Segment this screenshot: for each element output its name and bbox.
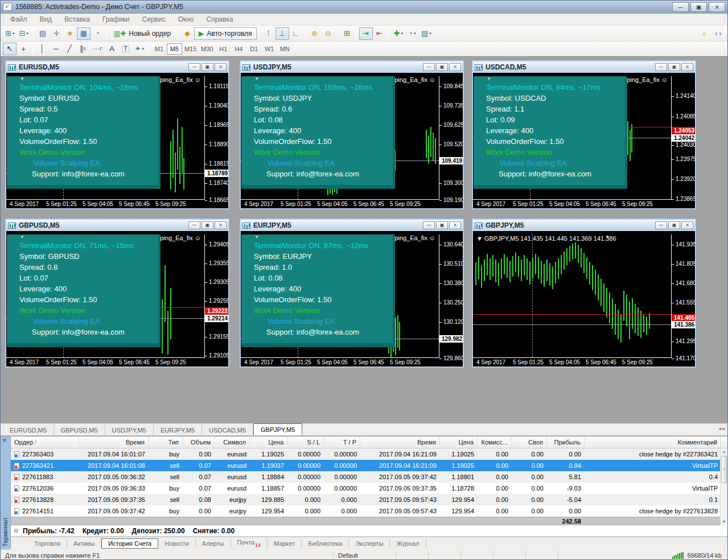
table-row[interactable]: 2276120362017.09.05 09:36:33buy0.07eurus… <box>11 483 727 494</box>
chart-minimize-button[interactable]: — <box>655 63 667 71</box>
table-row[interactable]: 2276141512017.09.05 09:37:42buy0.00eurjp… <box>11 505 727 517</box>
timeframe-m30-button[interactable]: M30 <box>199 43 215 55</box>
zoom-in-button[interactable]: ⊕ <box>308 27 322 40</box>
terminal-toggle-button[interactable]: ▦ <box>77 27 91 40</box>
chart-tab-usdcad[interactable]: USDCAD,M5 <box>202 425 253 435</box>
close-button[interactable]: × <box>709 2 725 12</box>
timeframe-m15-button[interactable]: M15 <box>182 43 199 55</box>
chart-close-button[interactable]: × <box>449 221 461 229</box>
column-header[interactable]: Время <box>360 437 440 448</box>
column-header[interactable]: Цена <box>250 437 287 448</box>
indicators-button[interactable]: ✚▾ <box>392 27 405 40</box>
menu-item-справка[interactable]: Справка <box>200 15 240 23</box>
timeframe-h1-button[interactable]: H1 <box>216 43 231 55</box>
column-header[interactable]: Время <box>79 437 149 448</box>
column-header[interactable]: Своп <box>512 437 547 448</box>
scroll-up-icon[interactable]: ▲ <box>721 448 727 455</box>
menu-item-вставка[interactable]: Вставка <box>58 15 96 23</box>
trendline-button[interactable]: ╱ <box>63 43 76 55</box>
horizontal-line-button[interactable]: ─ <box>49 43 63 55</box>
terminal-tab-эксперты[interactable]: Эксперты <box>349 539 390 548</box>
chart-restore-button[interactable]: ▣ <box>668 221 680 229</box>
chart-shift-button[interactable]: ⇤ <box>373 27 386 40</box>
table-row[interactable]: 2273634032017.09.04 16:01:07buy0.00eurus… <box>11 448 727 460</box>
chat-icon[interactable]: ◖◗ <box>711 27 725 40</box>
chart-close-button[interactable]: × <box>681 221 693 229</box>
table-row[interactable]: 2276138282017.09.05 09:37:35sell0.08eurj… <box>11 494 727 505</box>
navigator-button[interactable]: ★ <box>63 27 77 40</box>
line-chart-mode-button[interactable]: ∟ <box>289 27 303 40</box>
terminal-tab-торговля[interactable]: Торговля <box>28 539 67 548</box>
chart-plot-area[interactable]: TerminalMonitor ON, 87ms, ~12msSymbol: E… <box>241 231 463 367</box>
column-header[interactable]: Комисс... <box>478 437 512 448</box>
minimize-button[interactable]: — <box>672 2 689 12</box>
tab-scroll-buttons[interactable]: ◂ ▸ <box>718 426 725 431</box>
table-row[interactable]: 2273634212017.09.04 16:01:08sell0.07euru… <box>11 460 727 471</box>
strategy-tester-button[interactable]: ◔ <box>91 27 104 40</box>
data-window-button[interactable]: ✛ <box>50 27 63 40</box>
fibonacci-button[interactable]: ⋯F <box>90 43 105 55</box>
chart-plot-area[interactable]: TerminalMonitor ON, 104ms, ~16msSymbol: … <box>6 73 228 208</box>
channel-button[interactable]: ∥E <box>76 43 90 55</box>
column-header[interactable]: S / L <box>287 437 324 448</box>
terminal-tab-библиотека[interactable]: Библиотека <box>302 539 349 548</box>
timeframe-h4-button[interactable]: H4 <box>231 43 246 55</box>
chart-plot-area[interactable]: TerminalMonitor ON, 84ms, ~17msSymbol: U… <box>473 73 695 208</box>
terminal-scrollbar[interactable]: ▲ ≡ ▼ <box>720 448 727 525</box>
chart-plot-area[interactable]: TerminalMonitor ON, 103ms, ~16msSymbol: … <box>241 73 463 208</box>
column-header[interactable]: Цена <box>440 437 478 448</box>
chart-close-button[interactable]: × <box>215 221 227 229</box>
market-watch-button[interactable]: ▤ <box>36 27 50 40</box>
chart-close-button[interactable]: × <box>215 63 227 71</box>
chart-plot-area[interactable]: ▼ GBPJPY,M5 141.435 141.445 141.369 141.… <box>473 231 695 367</box>
chart-minimize-button[interactable]: — <box>655 221 667 229</box>
terminal-tab-новости[interactable]: Новости <box>158 539 196 548</box>
chart-restore-button[interactable]: ▣ <box>436 63 448 71</box>
menu-item-сервис[interactable]: Сервис <box>136 15 172 23</box>
terminal-tab-журнал[interactable]: Журнал <box>390 539 426 548</box>
menu-item-графики[interactable]: Графики <box>96 15 136 23</box>
timeframe-m1-button[interactable]: M1 <box>151 43 167 55</box>
bar-chart-mode-button[interactable]: ⊺ <box>262 27 275 40</box>
column-header[interactable]: Ордер / <box>11 437 79 448</box>
column-header[interactable]: Комментарий <box>585 437 721 448</box>
zoom-out-button[interactable]: ⊖ <box>322 27 335 40</box>
text-button[interactable]: A <box>105 43 119 55</box>
templates-button[interactable]: ▨▾ <box>419 27 434 40</box>
auto-trading-button[interactable]: ▶ Авто-торговля <box>194 27 256 40</box>
chart-close-button[interactable]: × <box>449 63 461 71</box>
column-header[interactable]: Объем <box>183 437 215 448</box>
candlestick-mode-button[interactable]: ⊥ <box>275 27 289 40</box>
crosshair-button[interactable]: ＋ <box>17 43 30 55</box>
timeframe-mn-button[interactable]: MN <box>277 43 293 55</box>
restore-button[interactable]: ▣ <box>690 2 707 12</box>
column-header[interactable]: Прибыль <box>547 437 585 448</box>
column-header[interactable]: T / P <box>324 437 360 448</box>
new-chart-button[interactable]: ⊞▾ <box>3 27 17 40</box>
menu-item-файл[interactable]: Файл <box>4 15 34 23</box>
menu-item-вид[interactable]: Вид <box>34 15 59 23</box>
chart-minimize-button[interactable]: — <box>423 63 435 71</box>
chart-minimize-button[interactable]: — <box>188 221 200 229</box>
menu-item-окно[interactable]: Окно <box>172 15 200 23</box>
chart-tab-gbpusd[interactable]: GBPUSD,M5 <box>54 425 105 435</box>
chart-tab-gbpjpy[interactable]: GBPJPY,M5 <box>253 423 302 435</box>
timeframe-m5-button[interactable]: M5 <box>167 43 182 55</box>
terminal-tab-история-счета[interactable]: История Счета <box>101 538 158 549</box>
chart-tab-usdjpy[interactable]: USDJPY,M5 <box>105 425 154 435</box>
chart-restore-button[interactable]: ▣ <box>436 221 448 229</box>
vertical-line-button[interactable]: │ <box>35 43 49 55</box>
label-button[interactable]: T <box>119 43 133 55</box>
new-order-button[interactable]: ▥✚ Новый ордер <box>109 27 175 40</box>
shapes-dropdown[interactable]: ✦▾ <box>133 43 146 55</box>
timeframe-d1-button[interactable]: D1 <box>246 43 262 55</box>
chart-minimize-button[interactable]: — <box>423 221 435 229</box>
status-profile[interactable]: Default <box>334 551 396 559</box>
chart-plot-area[interactable]: TerminalMonitor ON, 71ms, ~15msSymbol: G… <box>6 231 228 367</box>
chart-restore-button[interactable]: ▣ <box>201 221 213 229</box>
auto-scroll-button[interactable]: ⇥ <box>359 27 373 40</box>
chart-minimize-button[interactable]: — <box>188 63 200 71</box>
timeframe-w1-button[interactable]: W1 <box>262 43 277 55</box>
column-header[interactable]: Символ <box>215 437 250 448</box>
tile-windows-button[interactable]: ⊞ <box>340 27 354 40</box>
